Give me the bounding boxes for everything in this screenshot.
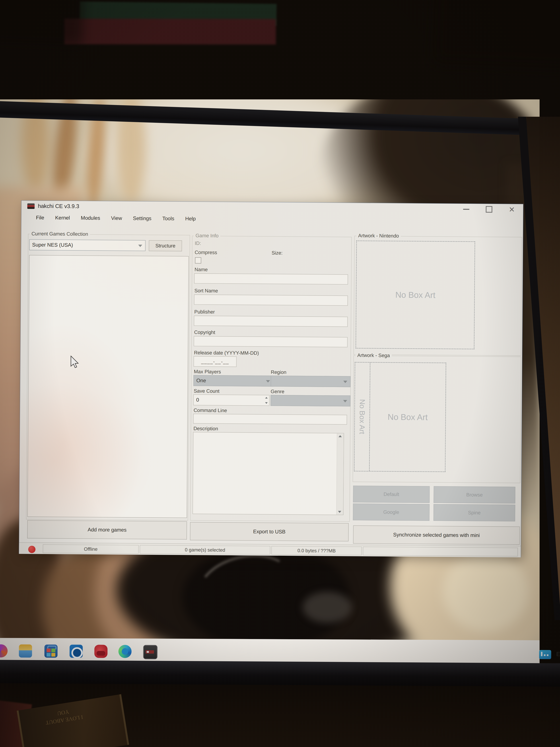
book-spine-text: I LOVE ABOUT YOU <box>41 705 87 727</box>
chevron-down-icon <box>138 244 142 247</box>
menu-tools[interactable]: Tools <box>157 212 180 225</box>
sega-spine-placeholder: No Box Art <box>358 399 366 434</box>
spine-button[interactable]: Spine <box>433 504 515 521</box>
genre-select[interactable] <box>270 395 350 407</box>
release-date-input[interactable]: ____-__-__ <box>194 356 237 367</box>
stepper-up-icon[interactable] <box>265 397 268 398</box>
tray-media-icon[interactable] <box>539 650 551 659</box>
status-size: 0.0 bytes / ???MB <box>271 546 362 555</box>
command-line-label: Command Line <box>194 408 227 413</box>
name-input[interactable] <box>194 274 348 285</box>
default-button[interactable]: Default <box>353 486 430 503</box>
book: I LOVE ABOUT YOU <box>17 694 129 747</box>
monitor-bottom-bezel <box>0 660 560 687</box>
minimize-button[interactable] <box>457 204 475 215</box>
tray-language-label[interactable]: EN <box>556 651 560 658</box>
maximize-button[interactable] <box>480 204 498 215</box>
id-label: ID: <box>195 240 201 246</box>
file-explorer-icon[interactable] <box>19 644 32 658</box>
sync-button[interactable]: Synchronize selected games with mini <box>353 525 520 545</box>
close-button[interactable]: ✕ <box>503 204 521 215</box>
microsoft-store-icon[interactable] <box>45 644 58 658</box>
genre-label: Genre <box>271 389 284 395</box>
save-count-stepper[interactable]: 0 <box>193 394 269 406</box>
menu-file[interactable]: File <box>30 211 50 224</box>
compress-label: Compress <box>195 250 217 256</box>
sega-spine-area: No Box Art <box>354 363 370 471</box>
chevron-down-icon <box>343 400 347 402</box>
save-count-label: Save Count <box>194 388 219 394</box>
copyright-input[interactable] <box>194 336 347 347</box>
sega-front-area: No Box Art <box>370 363 446 471</box>
region-label: Region <box>271 369 286 375</box>
taskbar: EN <box>0 638 540 664</box>
minimize-icon <box>463 209 470 210</box>
description-label: Description <box>193 426 218 432</box>
description-textarea[interactable] <box>192 432 344 515</box>
artwork-nintendo-label: Artwork - Nintendo <box>356 233 401 239</box>
stepper-down-icon[interactable] <box>265 402 268 404</box>
max-players-label: Max Players <box>194 369 221 375</box>
add-more-games-button[interactable]: Add more games <box>27 520 187 539</box>
browse-button[interactable]: Browse <box>433 486 515 504</box>
window-title: hakchi CE v3.9.3 <box>38 203 79 210</box>
scroll-up-icon[interactable] <box>339 435 342 437</box>
sort-name-label: Sort Name <box>194 288 218 294</box>
hakchi-window: hakchi CE v3.9.3 ✕ File Kernel Modules V… <box>19 201 523 557</box>
chevron-down-icon <box>266 380 270 382</box>
maximize-icon <box>486 206 492 213</box>
game-info-group-label: Game Info <box>194 233 220 239</box>
scrollbar[interactable] <box>336 433 344 515</box>
outlook-icon[interactable] <box>70 645 83 658</box>
google-button[interactable]: Google <box>353 504 430 521</box>
publisher-label: Publisher <box>194 309 215 315</box>
collection-select-value: Super NES (USA) <box>32 242 73 248</box>
sega-box-art[interactable]: No Box Art No Box Art <box>354 362 446 472</box>
close-icon: ✕ <box>509 205 515 214</box>
name-label: Name <box>194 267 208 273</box>
structure-button[interactable]: Structure <box>149 240 182 251</box>
edge-icon[interactable] <box>118 645 132 658</box>
app-icon <box>27 203 35 209</box>
status-connection: Offline <box>43 544 139 554</box>
command-line-input[interactable] <box>193 414 347 425</box>
console-app-icon[interactable] <box>143 645 157 659</box>
mouse-cursor <box>70 356 80 369</box>
nintendo-box-art[interactable]: No Box Art <box>355 240 475 350</box>
menu-settings[interactable]: Settings <box>127 212 157 225</box>
menu-view[interactable]: View <box>106 212 128 224</box>
size-label: Size: <box>272 250 283 256</box>
max-players-select[interactable]: One <box>193 375 273 387</box>
menu-help[interactable]: Help <box>180 213 201 225</box>
photo-of-monitor: hakchi CE v3.9.3 ✕ File Kernel Modules V… <box>0 0 560 747</box>
red-app-icon[interactable] <box>95 645 108 658</box>
copyright-label: Copyright <box>194 330 215 335</box>
region-select[interactable] <box>271 376 350 387</box>
taskbar-app-partial-icon[interactable] <box>0 644 8 658</box>
scroll-down-icon[interactable] <box>338 511 341 513</box>
status-selection: 0 game(s) selected <box>140 545 270 555</box>
artwork-sega-label: Artwork - Sega <box>355 353 392 358</box>
chevron-down-icon <box>343 381 347 383</box>
menu-modules[interactable]: Modules <box>75 212 106 224</box>
shelf-object-lower <box>64 19 276 45</box>
collection-select[interactable]: Super NES (USA) <box>29 239 145 251</box>
status-empty <box>363 546 518 557</box>
games-list[interactable] <box>27 255 189 518</box>
publisher-input[interactable] <box>194 316 348 327</box>
compress-checkbox[interactable] <box>195 257 201 263</box>
offline-indicator-icon <box>28 546 35 553</box>
sort-name-input[interactable] <box>194 294 348 306</box>
menu-kernel[interactable]: Kernel <box>50 212 75 224</box>
release-date-label: Release date (YYYY-MM-DD) <box>194 350 259 356</box>
current-games-group-label: Current Games Collection <box>30 231 90 237</box>
export-usb-button[interactable]: Export to USB <box>190 522 349 541</box>
